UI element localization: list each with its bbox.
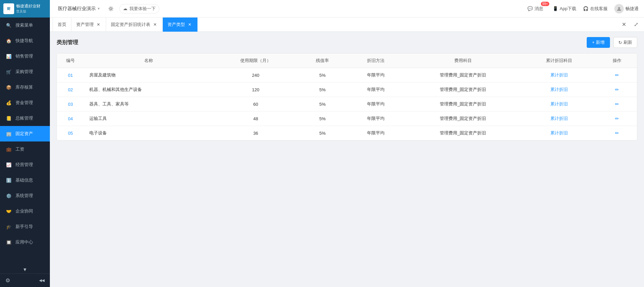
edit-icon[interactable]: ✏ [615,101,619,107]
edit-icon[interactable]: ✏ [615,72,619,78]
cell-accumulated: 累计折旧 [521,111,597,126]
logo-icon: 财 [3,3,14,14]
sidebar-bottom: ⚙ ◀◀ [0,274,50,287]
sidebar-item-capital[interactable]: 💰 资金管理 [0,95,50,110]
cell-action[interactable]: ✏ [597,68,637,83]
sidebar-item-payroll[interactable]: 💼 工资 [0,141,50,157]
cell-action[interactable]: ✏ [597,126,637,140]
sidebar-item-guide[interactable]: 🎓 新手引导 [0,219,50,234]
tab-home[interactable]: 首页 [53,18,71,32]
phone-icon: 📱 [553,6,558,11]
online-service-btn[interactable]: 🎧 在线客服 [583,6,608,12]
cell-action[interactable]: ✏ [597,111,637,126]
cell-action[interactable]: ✏ [597,97,637,111]
cooperation-icon: 🤝 [5,208,12,215]
close-tab-btn[interactable]: ✕ [618,19,629,30]
sidebar-item-purchase[interactable]: 🛒 采购管理 [0,64,50,79]
cell-period: 60 [213,97,298,111]
purchase-icon: 🛒 [5,68,12,75]
sidebar-item-basic-info[interactable]: ℹ️ 基础信息 [0,172,50,188]
search-icon: 🔍 [5,22,12,29]
experience-btn[interactable]: ☁ 我要体验一下 [119,4,159,13]
table-row: 05 电子设备 36 5% 年限平均 管理费用_固定资产折旧 累计折旧 ✏ [57,126,637,140]
sidebar-item-cooperation[interactable]: 🤝 企业协同 [0,203,50,219]
tab-close-asset-type[interactable]: ✕ [187,22,192,27]
tab-fixed-asset-depreciation[interactable]: 固定资产折旧统计表 ✕ [106,18,163,32]
sidebar-label-quick-nav: 快捷导航 [16,38,33,44]
sidebar-item-search[interactable]: 🔍 搜索菜单 [0,18,50,33]
tabs-bar: 首页 资产管理 ✕ 固定资产折旧统计表 ✕ 资产类型 ✕ ✕ ⤢ [50,18,644,32]
cell-residual: 5% [298,126,347,140]
cell-action[interactable]: ✏ [597,83,637,97]
logo-sub: 普及版 [16,9,40,14]
sidebar-item-ledger[interactable]: 📒 总账管理 [0,110,50,126]
messages-btn[interactable]: 💬 消息 99+ [525,4,546,13]
collapse-icon[interactable]: ◀◀ [39,278,44,283]
refresh-button[interactable]: ↻ 刷新 [613,37,637,48]
cell-expense: 管理费用_固定资产折旧 [405,111,521,126]
tab-close-fixed-asset-depreciation[interactable]: ✕ [152,22,158,27]
sidebar-item-operations[interactable]: 📈 经营管理 [0,157,50,172]
sales-icon: 📊 [5,53,12,60]
settings-icon[interactable]: ⚙ [5,277,10,284]
cell-method: 年限平均 [347,68,405,83]
sidebar-logo: 财 畅捷通好业财 普及版 [0,0,50,18]
sidebar-scroll-down[interactable]: ▼ [0,265,50,274]
sidebar-item-system[interactable]: ⚙️ 系统管理 [0,188,50,203]
th-操作: 操作 [597,54,637,68]
section-header: 类别管理 + 新增 ↻ 刷新 [57,37,637,48]
cell-method: 年限平均 [347,126,405,140]
inventory-icon: 📦 [5,84,12,91]
topbar-settings-btn[interactable] [106,4,116,14]
new-button[interactable]: + 新增 [587,37,610,48]
cell-expense: 管理费用_固定资产折旧 [405,68,521,83]
tab-label-fixed-asset-depreciation: 固定资产折旧统计表 [111,22,150,28]
user-menu[interactable]: 畅捷通 [614,4,639,13]
fixed-assets-icon: 🏢 [5,130,12,137]
sidebar-item-quick-nav[interactable]: 🏠 快捷导航 [0,33,50,49]
th-累计折旧科目: 累计折旧科目 [521,54,597,68]
tab-label-asset-mgmt: 资产管理 [76,22,94,28]
capital-icon: 💰 [5,99,12,106]
sidebar-item-app-center[interactable]: 🔲 应用中心 [0,234,50,250]
cell-code: 04 [57,111,84,126]
cell-accumulated: 累计折旧 [521,68,597,83]
sidebar-label-guide: 新手引导 [16,224,33,230]
edit-icon[interactable]: ✏ [615,130,619,136]
tab-label-home: 首页 [58,22,66,28]
experience-label: 我要体验一下 [129,6,156,12]
cell-residual: 5% [298,83,347,97]
th-名称: 名称 [84,54,213,68]
sidebar-label-sales: 销售管理 [16,53,33,59]
th-使用期限（月）: 使用期限（月） [213,54,298,68]
main-area: 医疗器械行业演示 ▾ ☁ 我要体验一下 💬 消息 99+ 📱 App下载 [50,0,644,287]
table-row: 02 机器、机械和其他生产设备 120 5% 年限平均 管理费用_固定资产折旧 … [57,83,637,97]
edit-icon[interactable]: ✏ [615,116,619,121]
module-selector[interactable]: 医疗器械行业演示 ▾ [55,4,102,13]
cell-residual: 5% [298,111,347,126]
topbar: 医疗器械行业演示 ▾ ☁ 我要体验一下 💬 消息 99+ 📱 App下载 [50,0,644,18]
cell-method: 年限平均 [347,111,405,126]
cell-period: 120 [213,83,298,97]
expand-tab-btn[interactable]: ⤢ [631,19,641,30]
svg-point-1 [618,7,620,9]
cell-expense: 管理费用_固定资产折旧 [405,126,521,140]
th-残值率: 残值率 [298,54,347,68]
app-download-btn[interactable]: 📱 App下载 [553,6,576,12]
table-row: 04 运输工具 48 5% 年限平均 管理费用_固定资产折旧 累计折旧 ✏ [57,111,637,126]
th-费用科目: 费用科目 [405,54,521,68]
messages-badge: 99+ [541,2,549,6]
cell-expense: 管理费用_固定资产折旧 [405,97,521,111]
tab-asset-mgmt[interactable]: 资产管理 ✕ [71,18,106,32]
cell-code: 02 [57,83,84,97]
cell-period: 36 [213,126,298,140]
cloud-icon: ☁ [123,6,127,11]
table-body: 01 房屋及建筑物 240 5% 年限平均 管理费用_固定资产折旧 累计折旧 ✏… [57,68,637,140]
sidebar-item-sales[interactable]: 📊 销售管理 [0,49,50,64]
tab-asset-type[interactable]: 资产类型 ✕ [163,18,197,32]
sidebar-item-fixed-assets[interactable]: 🏢 固定资产 [0,126,50,141]
edit-icon[interactable]: ✏ [615,87,619,92]
tab-close-asset-mgmt[interactable]: ✕ [96,22,101,27]
page-content: 类别管理 + 新增 ↻ 刷新 编号名称使用期限（月）残值率折旧方法费用科目累计折… [50,32,644,287]
sidebar-item-inventory[interactable]: 📦 库存核算 [0,79,50,95]
